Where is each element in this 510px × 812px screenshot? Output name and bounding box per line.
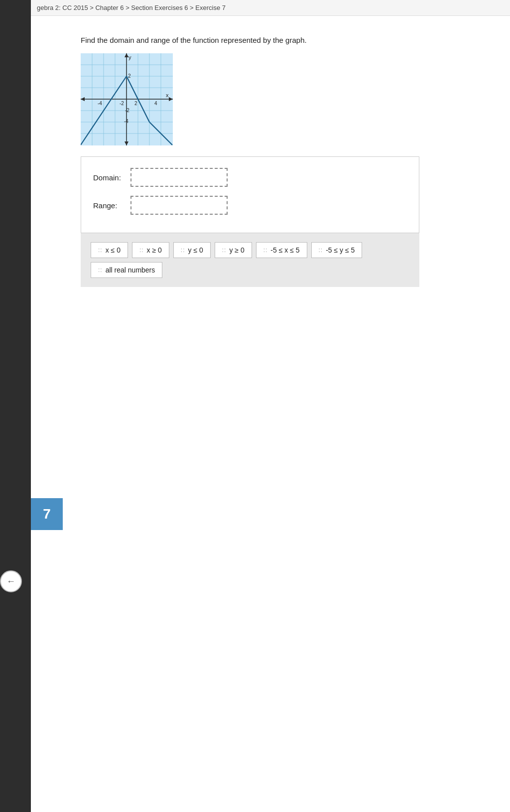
chip-x-le-0[interactable]: :: x ≤ 0 <box>91 242 128 258</box>
main-content: Find the domain and range of the functio… <box>31 16 510 812</box>
chip-label-4: y ≥ 0 <box>229 246 244 254</box>
chips-area: :: x ≤ 0 :: x ≥ 0 :: y ≤ 0 :: y ≥ 0 :: -… <box>81 233 419 287</box>
exercise-number: 7 <box>43 506 51 522</box>
domain-row: Domain: <box>93 168 407 187</box>
chip-label-3: y ≤ 0 <box>188 246 203 254</box>
chip-dots-3: :: <box>181 247 185 254</box>
range-row: Range: <box>93 196 407 215</box>
range-input[interactable] <box>130 196 228 215</box>
domain-input[interactable] <box>130 168 228 187</box>
svg-text:2: 2 <box>128 73 131 79</box>
chip-dots-1: :: <box>98 247 103 254</box>
chip-y-ge-0[interactable]: :: y ≥ 0 <box>215 242 252 258</box>
breadcrumb: gebra 2: CC 2015 > Chapter 6 > Section E… <box>31 0 510 16</box>
svg-text:-4: -4 <box>124 119 128 124</box>
svg-text:x: x <box>166 92 169 98</box>
svg-text:4: 4 <box>154 101 157 106</box>
breadcrumb-text: gebra 2: CC 2015 > Chapter 6 > Section E… <box>37 4 226 11</box>
chip-dots-4: :: <box>222 247 227 254</box>
chip-x-range[interactable]: :: -5 ≤ x ≤ 5 <box>256 242 307 258</box>
chip-y-range[interactable]: :: -5 ≤ y ≤ 5 <box>311 242 363 258</box>
chip-label-6: -5 ≤ y ≤ 5 <box>326 246 355 254</box>
function-graph: y x -2 2 4 -4 2 -2 -4 <box>81 53 173 145</box>
back-button[interactable]: ← <box>0 570 22 592</box>
svg-text:-4: -4 <box>98 101 102 106</box>
graph-container: y x -2 2 4 -4 2 -2 -4 <box>81 53 173 145</box>
chip-label-5: -5 ≤ x ≤ 5 <box>270 246 299 254</box>
svg-text:y: y <box>128 54 131 60</box>
sidebar <box>0 0 31 812</box>
chip-label-2: x ≥ 0 <box>147 246 162 254</box>
svg-text:2: 2 <box>134 101 137 106</box>
chip-dots-6: :: <box>319 247 323 254</box>
chip-dots-7: :: <box>98 267 103 273</box>
chip-label-7: all real numbers <box>106 266 155 274</box>
svg-text:-2: -2 <box>125 108 129 113</box>
domain-label: Domain: <box>93 173 130 182</box>
chip-label-1: x ≤ 0 <box>106 246 121 254</box>
svg-text:-2: -2 <box>120 101 124 106</box>
answer-area: Domain: Range: <box>81 156 419 233</box>
chip-all-reals[interactable]: :: all real numbers <box>91 262 162 278</box>
question-text: Find the domain and range of the functio… <box>81 36 480 44</box>
exercise-badge: 7 <box>31 498 63 530</box>
back-icon: ← <box>6 576 15 587</box>
chip-x-ge-0[interactable]: :: x ≥ 0 <box>132 242 169 258</box>
chip-dots-2: :: <box>139 247 144 254</box>
range-label: Range: <box>93 201 130 210</box>
chip-dots-5: :: <box>263 247 268 254</box>
chip-y-le-0[interactable]: :: y ≤ 0 <box>173 242 211 258</box>
